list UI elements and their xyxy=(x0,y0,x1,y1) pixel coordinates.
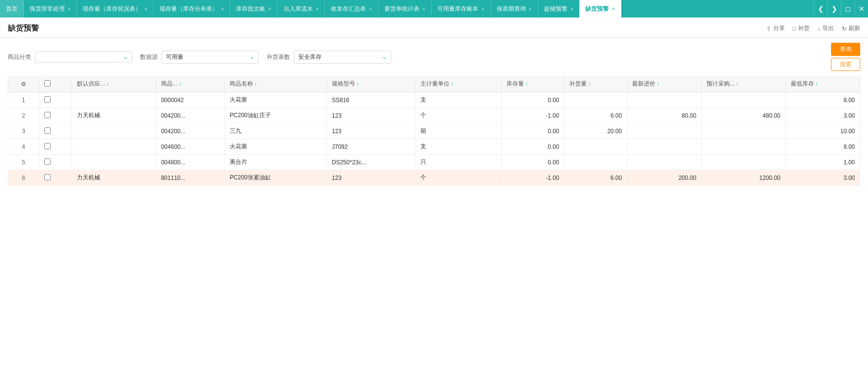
tab-batch[interactable]: 库存批次账 × xyxy=(230,0,277,18)
tab-close-all[interactable]: ✕ xyxy=(854,0,868,18)
product-name-sort-icon[interactable]: ↕ xyxy=(254,81,257,87)
replenish-button[interactable]: □ 补货 xyxy=(793,24,810,33)
row-min-stock: 3.00 xyxy=(785,170,860,186)
close-tab-stock-dist[interactable]: × xyxy=(221,6,224,12)
close-tab-requisition[interactable]: × xyxy=(422,6,425,12)
supplier-sort-icon[interactable]: ↕ xyxy=(107,81,109,87)
close-tab-summary[interactable]: × xyxy=(369,6,372,12)
close-tab-overstock[interactable]: × xyxy=(570,6,573,12)
tab-available[interactable]: 可用量库存账本 × xyxy=(432,0,490,18)
datasource-filter-group: 数据源 可用量 ⌄ xyxy=(140,51,259,64)
settings-button[interactable]: 设置 xyxy=(831,58,860,71)
table-row[interactable]: 2 力天机械 004200... PC200油缸庄子 123 个 -1.00 6… xyxy=(8,108,860,123)
header-actions: ⇧ 分享 □ 补货 ↓ 导出 ↻ 刷新 xyxy=(766,24,860,33)
close-tab-shortage[interactable]: × xyxy=(612,6,615,12)
th-replenish: 补货量 ↕ xyxy=(564,76,627,92)
product-code-sort-icon[interactable]: ↕ xyxy=(179,81,181,87)
table-row[interactable]: 3 004200... 三九 123 箱 0.00 20.00 10.00 xyxy=(8,123,860,139)
tab-summary[interactable]: 收发存汇总表 × xyxy=(325,0,378,18)
close-tab-expiry[interactable]: × xyxy=(529,6,532,12)
row-checkbox-cell xyxy=(39,108,72,123)
row-checkbox[interactable] xyxy=(44,143,51,149)
unit-sort-icon[interactable]: ↕ xyxy=(451,81,453,87)
row-supplier: 力天机械 xyxy=(72,170,156,186)
row-spec: J7092 xyxy=(327,139,416,155)
tab-scroll-right[interactable]: ❯ xyxy=(827,0,841,18)
row-min-stock: 8.00 xyxy=(785,92,860,108)
row-est-purchase: 480.00 xyxy=(702,108,786,123)
min-stock-sort-icon[interactable]: ↕ xyxy=(815,81,818,87)
close-tab-flow[interactable]: × xyxy=(316,6,319,12)
select-all-checkbox[interactable] xyxy=(44,80,51,87)
row-checkbox[interactable] xyxy=(44,174,51,180)
table-row[interactable]: 1 0000042 火花塞 SS816 支 0.00 8.00 xyxy=(8,92,860,108)
share-button[interactable]: ⇧ 分享 xyxy=(766,24,785,33)
row-checkbox[interactable] xyxy=(44,158,51,165)
row-product-name: PC200油缸庄子 xyxy=(225,108,327,123)
close-tab-batch[interactable]: × xyxy=(268,6,271,12)
row-latest-price xyxy=(627,92,702,108)
tab-flow[interactable]: 出入库流水 × xyxy=(278,0,325,18)
row-checkbox[interactable] xyxy=(44,112,51,118)
th-unit: 主计量单位 ↕ xyxy=(416,76,502,92)
row-product-name: 三九 xyxy=(225,123,327,139)
row-checkbox-cell xyxy=(39,170,72,186)
tab-home[interactable]: 首页 xyxy=(0,0,24,18)
row-replenish xyxy=(564,155,627,170)
tab-restore[interactable]: ◻ xyxy=(841,0,854,18)
row-min-stock: 1.00 xyxy=(785,155,860,170)
category-select[interactable]: ⌄ xyxy=(35,51,132,63)
row-num: 4 xyxy=(8,139,39,155)
row-supplier xyxy=(72,92,156,108)
tab-shortage[interactable]: 缺货预警 × xyxy=(579,0,621,18)
tab-expiry[interactable]: 保质期查询 × xyxy=(491,0,538,18)
row-checkbox-cell xyxy=(39,123,72,139)
datasource-select[interactable]: 可用量 ⌄ xyxy=(162,51,259,64)
row-supplier xyxy=(72,155,156,170)
row-num: 6 xyxy=(8,170,39,186)
row-est-purchase: 1200.00 xyxy=(702,170,786,186)
export-button[interactable]: ↓ 导出 xyxy=(817,24,834,33)
row-latest-price xyxy=(627,155,702,170)
tab-picking[interactable]: 拣货异常处理 × xyxy=(24,0,77,18)
row-spec: 123 xyxy=(327,108,416,123)
row-product-name: 火花塞 xyxy=(225,92,327,108)
page-title: 缺货预警 xyxy=(8,23,39,34)
row-unit: 只 xyxy=(416,155,502,170)
tab-overstock[interactable]: 超储预警 × xyxy=(538,0,579,18)
tab-scroll-left[interactable]: ❮ xyxy=(814,0,827,18)
row-stock: -1.00 xyxy=(501,108,564,123)
row-est-purchase xyxy=(702,155,786,170)
tab-stock-dist[interactable]: 现存量（库存分布表） × xyxy=(154,0,230,18)
table-row[interactable]: 6 力天机械 801110... PC200张紧油缸 123 个 -1.00 6… xyxy=(8,170,860,186)
latest-price-sort-icon[interactable]: ↕ xyxy=(657,81,659,87)
row-min-stock: 10.00 xyxy=(785,123,860,139)
refresh-button[interactable]: ↻ 刷新 xyxy=(842,24,860,33)
th-gear: ⚙ xyxy=(8,76,39,92)
row-checkbox[interactable] xyxy=(44,127,51,134)
spec-sort-icon[interactable]: ↕ xyxy=(357,81,359,87)
settings-gear-icon[interactable]: ⚙ xyxy=(21,81,26,88)
row-checkbox[interactable] xyxy=(44,96,51,103)
close-tab-available[interactable]: × xyxy=(481,6,484,12)
row-product-code: 0000042 xyxy=(156,92,224,108)
close-tab-picking[interactable]: × xyxy=(68,6,71,12)
replenish-base-select[interactable]: 安全库存 ⌄ xyxy=(294,51,391,64)
table-row[interactable]: 5 004800... 离合片 DS250*23c... 只 0.00 1.00 xyxy=(8,155,860,170)
table-row[interactable]: 4 004600... 火花塞 J7092 支 0.00 8.00 xyxy=(8,139,860,155)
est-purchase-sort-icon[interactable]: ↕ xyxy=(736,81,739,87)
replenish-sort-icon[interactable]: ↕ xyxy=(588,81,591,87)
row-latest-price xyxy=(627,139,702,155)
stock-sort-icon[interactable]: ↕ xyxy=(525,81,528,87)
table-header: ⚙ 默认供应... ↕ 商品... ↕ xyxy=(8,76,860,92)
export-icon: ↓ xyxy=(817,25,820,32)
tab-requisition[interactable]: 要货单统计表 × xyxy=(379,0,432,18)
category-label: 商品分类 xyxy=(8,53,31,61)
row-replenish: 6.00 xyxy=(564,108,627,123)
query-button[interactable]: 查询 xyxy=(831,43,860,56)
tab-stock-status[interactable]: 现存量（库存状况表） × xyxy=(77,0,153,18)
row-supplier: 力天机械 xyxy=(72,108,156,123)
row-product-code: 004800... xyxy=(156,155,224,170)
row-stock: 0.00 xyxy=(501,139,564,155)
close-tab-stock-status[interactable]: × xyxy=(144,6,147,12)
